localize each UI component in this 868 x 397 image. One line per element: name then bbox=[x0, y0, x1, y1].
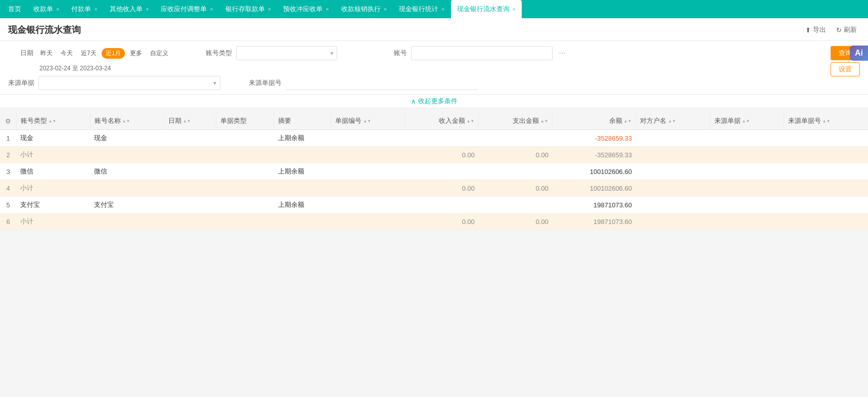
source-doc-select-wrapper: ▼ bbox=[38, 76, 220, 90]
chevron-up-icon: ∧ bbox=[411, 98, 416, 105]
nav-tab-7[interactable]: 现金银行统计 × bbox=[393, 0, 450, 18]
table-row: 1 现金 现金 上期余额 -3528659.33 bbox=[0, 130, 868, 147]
cell-doc-type bbox=[216, 147, 274, 163]
date-opt-7days[interactable]: 近7天 bbox=[78, 48, 100, 59]
refresh-button[interactable]: ↻ 刷新 bbox=[833, 23, 860, 36]
cell-source-doc-no bbox=[784, 197, 868, 213]
close-icon[interactable]: × bbox=[94, 6, 97, 12]
nav-tab-3[interactable]: 应收应付调整单 × bbox=[155, 0, 219, 18]
account-type-select-wrapper: 现金 银行 微信 支付宝 ▼ bbox=[236, 46, 337, 60]
nav-tab-2[interactable]: 其他收入单 × bbox=[104, 0, 155, 18]
cell-expense bbox=[479, 130, 553, 147]
settings-button[interactable]: 设置 bbox=[831, 62, 860, 76]
th-counterpart: 对方户名 ▲▼ bbox=[636, 112, 710, 130]
account-type-label: 账号类型 bbox=[206, 49, 232, 58]
cell-doc-no bbox=[331, 163, 405, 180]
cell-expense: 0.00 bbox=[479, 147, 553, 163]
nav-tab-0[interactable]: 收款单 × bbox=[27, 0, 65, 18]
close-icon[interactable]: × bbox=[268, 6, 271, 12]
filter-area: 日期 昨天 今天 近7天 近1月 更多 自定义 账号类型 现金 银行 bbox=[0, 41, 868, 95]
cell-summary bbox=[274, 147, 331, 163]
nav-tab-6[interactable]: 收款核销执行 × bbox=[335, 0, 393, 18]
account-type-select[interactable]: 现金 银行 微信 支付宝 bbox=[236, 46, 337, 60]
table-row: 4 小计 0.00 0.00 100102606.60 bbox=[0, 180, 868, 197]
sort-icon: ▲▼ bbox=[467, 119, 475, 123]
cell-counterpart bbox=[636, 147, 710, 163]
header-actions: ⬆ 导出 ↻ 刷新 bbox=[802, 23, 860, 40]
table-row: 6 小计 0.00 0.00 19871073.60 bbox=[0, 213, 868, 230]
cell-source-doc bbox=[710, 130, 784, 147]
sort-icon: ▲▼ bbox=[540, 119, 549, 123]
cell-income: 0.00 bbox=[405, 147, 479, 163]
source-doc-num-label: 来源单据号 bbox=[249, 78, 282, 87]
cell-source-doc bbox=[710, 197, 784, 213]
close-icon[interactable]: × bbox=[384, 6, 387, 12]
close-icon[interactable]: × bbox=[326, 6, 329, 12]
th-source-doc-no: 来源单据号 ▲▼ bbox=[784, 112, 868, 130]
ellipsis-icon[interactable]: ··· bbox=[557, 49, 567, 58]
date-opt-1month[interactable]: 近1月 bbox=[102, 48, 125, 59]
th-income: 收入金额 ▲▼ bbox=[405, 112, 479, 130]
cell-account-name bbox=[90, 213, 164, 230]
cell-doc-no bbox=[331, 180, 405, 197]
cell-account-name: 现金 bbox=[90, 130, 164, 147]
cell-account-name: 微信 bbox=[90, 163, 164, 180]
close-icon[interactable]: × bbox=[441, 6, 444, 12]
data-table: ⚙ 账号类型 ▲▼ 账号名称 ▲▼ 日期 ▲▼ bbox=[0, 112, 868, 230]
cell-income bbox=[405, 163, 479, 180]
nav-tab-1[interactable]: 付款单 × bbox=[65, 0, 103, 18]
th-expense: 支出金额 ▲▼ bbox=[479, 112, 553, 130]
cell-date bbox=[164, 163, 216, 180]
sort-icon: ▲▼ bbox=[183, 119, 191, 123]
sort-icon: ▲▼ bbox=[363, 119, 371, 123]
cell-balance: -3528659.33 bbox=[553, 147, 636, 163]
cell-source-doc bbox=[710, 163, 784, 180]
cell-source-doc-no bbox=[784, 163, 868, 180]
account-input[interactable] bbox=[411, 46, 553, 60]
top-navigation: 首页 收款单 × 付款单 × 其他收入单 × 应收应付调整单 × 银行存取款单 … bbox=[0, 0, 868, 18]
cell-summary bbox=[274, 213, 331, 230]
close-icon[interactable]: × bbox=[513, 6, 516, 12]
date-opt-today[interactable]: 今天 bbox=[58, 48, 76, 59]
cell-source-doc-no bbox=[784, 130, 868, 147]
close-icon[interactable]: × bbox=[210, 6, 213, 12]
source-doc-num-input[interactable] bbox=[286, 76, 478, 90]
cell-doc-type bbox=[216, 163, 274, 180]
cell-source-doc-no bbox=[784, 180, 868, 197]
cell-account-type: 小计 bbox=[16, 180, 90, 197]
th-account-name: 账号名称 ▲▼ bbox=[90, 112, 164, 130]
cell-summary: 上期余额 bbox=[274, 163, 331, 180]
nav-tab-4[interactable]: 银行存取款单 × bbox=[219, 0, 277, 18]
cell-num: 6 bbox=[0, 213, 16, 230]
date-opt-more[interactable]: 更多 bbox=[127, 48, 145, 59]
cell-date bbox=[164, 213, 216, 230]
cell-doc-type bbox=[216, 130, 274, 147]
th-balance: 余额 ▲▼ bbox=[553, 112, 636, 130]
filter-row-source: 来源单据 ▼ 来源单据号 bbox=[8, 76, 827, 90]
nav-tab-5[interactable]: 预收冲应收单 × bbox=[277, 0, 335, 18]
collapse-bar[interactable]: ∧ 收起更多条件 bbox=[0, 95, 868, 108]
date-opt-yesterday[interactable]: 昨天 bbox=[37, 48, 56, 59]
th-doc-type: 单据类型 bbox=[216, 112, 274, 130]
nav-tab-8[interactable]: 现金银行流水查询 × bbox=[451, 0, 522, 18]
close-icon[interactable]: × bbox=[56, 6, 59, 12]
nav-home[interactable]: 首页 bbox=[2, 0, 27, 18]
source-doc-label: 来源单据 bbox=[8, 78, 34, 87]
cell-balance: 100102606.60 bbox=[553, 163, 636, 180]
table-row: 3 微信 微信 上期余额 100102606.60 bbox=[0, 163, 868, 180]
export-button[interactable]: ⬆ 导出 bbox=[802, 23, 829, 36]
close-icon[interactable]: × bbox=[146, 6, 149, 12]
cell-date bbox=[164, 130, 216, 147]
cell-expense bbox=[479, 197, 553, 213]
source-doc-select[interactable] bbox=[38, 76, 220, 90]
th-doc-no: 单据编号 ▲▼ bbox=[331, 112, 405, 130]
cell-counterpart bbox=[636, 197, 710, 213]
cell-source-doc bbox=[710, 147, 784, 163]
cell-doc-no bbox=[331, 130, 405, 147]
gear-icon[interactable]: ⚙ bbox=[0, 112, 16, 130]
table-row: 5 支付宝 支付宝 上期余额 19871073.60 bbox=[0, 197, 868, 213]
cell-income: 0.00 bbox=[405, 213, 479, 230]
date-opt-custom[interactable]: 自定义 bbox=[147, 48, 171, 59]
ai-badge[interactable]: Ai bbox=[850, 46, 868, 61]
cell-num: 3 bbox=[0, 163, 16, 180]
